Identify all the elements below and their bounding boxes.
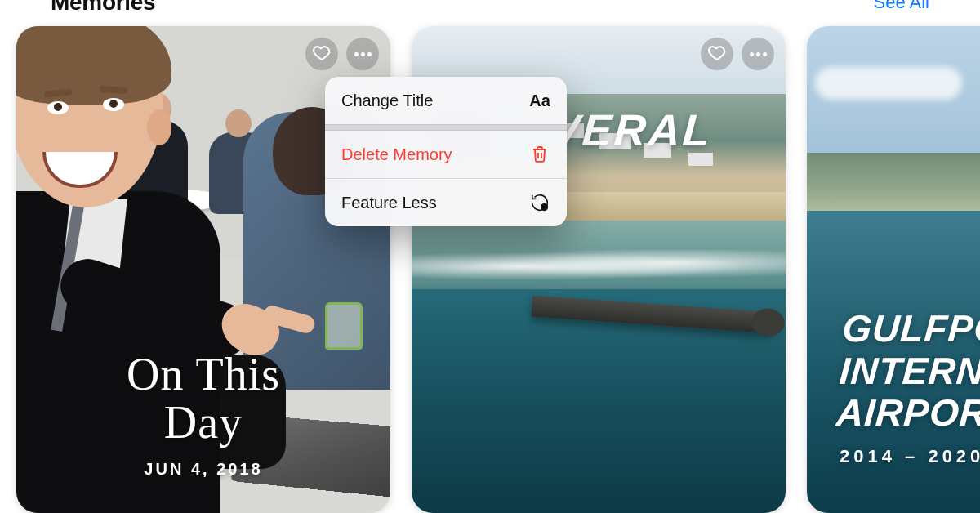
menu-item-label: Delete Memory xyxy=(341,145,452,164)
trash-icon xyxy=(529,144,550,165)
memory-title: GULFPORT INTERNAT AIRPORT xyxy=(835,308,980,435)
section-title: Memories xyxy=(51,0,155,14)
memory-subtitle: 2014 – 2020 xyxy=(840,446,980,467)
ellipsis-icon xyxy=(750,52,767,56)
context-menu: Change Title Aa Delete Memory Feature Le… xyxy=(325,77,567,226)
heart-icon xyxy=(312,42,332,65)
menu-item-change-title[interactable]: Change Title Aa xyxy=(325,77,567,124)
favorite-button[interactable] xyxy=(305,38,338,70)
menu-item-label: Feature Less xyxy=(341,194,437,212)
see-all-link[interactable]: See All xyxy=(874,0,930,13)
feature-less-icon xyxy=(529,192,550,213)
ellipsis-icon xyxy=(354,52,372,56)
text-format-icon: Aa xyxy=(529,90,550,111)
heart-icon xyxy=(707,42,727,65)
more-button[interactable] xyxy=(346,38,379,70)
menu-item-label: Change Title xyxy=(341,91,433,110)
menu-item-feature-less[interactable]: Feature Less xyxy=(325,179,567,226)
favorite-button[interactable] xyxy=(701,38,733,70)
more-button[interactable] xyxy=(742,38,774,70)
memory-subtitle: JUN 4, 2018 xyxy=(16,460,390,479)
menu-item-delete-memory[interactable]: Delete Memory xyxy=(325,131,567,178)
memory-card[interactable]: GULFPORT INTERNAT AIRPORT 2014 – 2020 xyxy=(807,26,980,513)
memory-title: On This Day xyxy=(16,350,390,447)
svg-rect-1 xyxy=(542,207,546,207)
